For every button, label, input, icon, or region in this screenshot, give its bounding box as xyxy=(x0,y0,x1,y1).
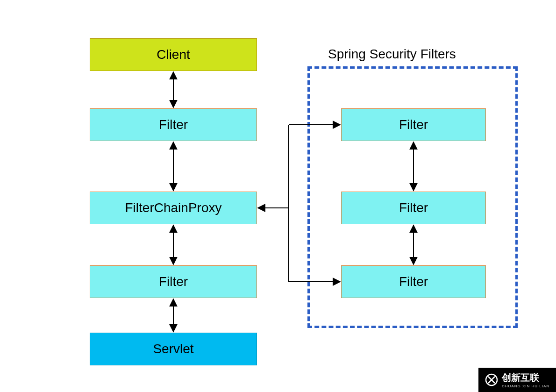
client-box: Client xyxy=(90,38,257,71)
servlet-label: Servlet xyxy=(153,342,193,356)
filter-label: Filter xyxy=(159,274,188,289)
right-filter-1: Filter xyxy=(341,108,486,141)
filter-label: Filter xyxy=(159,117,188,132)
filter-label: Filter xyxy=(399,200,428,215)
watermark-main: 创新互联 xyxy=(502,371,549,384)
filter-label: Filter xyxy=(399,274,428,289)
left-filter-2: Filter xyxy=(90,265,257,298)
servlet-box: Servlet xyxy=(90,333,257,365)
filter-label: Filter xyxy=(399,117,428,132)
watermark-badge: 创新互联 CHUANG XIN HU LIAN xyxy=(478,368,556,392)
right-filter-2: Filter xyxy=(341,192,486,224)
left-filter-1: Filter xyxy=(90,108,257,141)
group-title: Spring Security Filters xyxy=(328,47,456,62)
watermark-logo-icon xyxy=(485,373,498,386)
proxy-label: FilterChainProxy xyxy=(125,200,222,215)
filter-chain-proxy-box: FilterChainProxy xyxy=(90,192,257,224)
watermark-sub: CHUANG XIN HU LIAN xyxy=(502,384,549,388)
right-filter-3: Filter xyxy=(341,265,486,298)
client-label: Client xyxy=(157,47,190,62)
